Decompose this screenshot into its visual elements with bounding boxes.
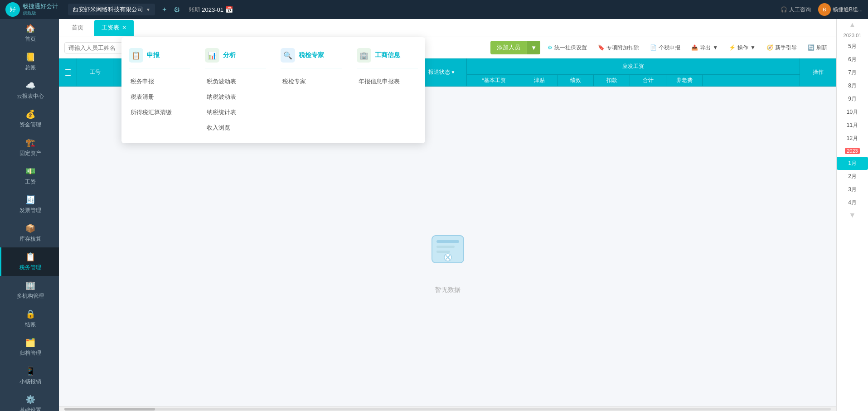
company-selector[interactable]: 西安虾米网络科技有限公司 ▼ — [68, 4, 155, 15]
th-salary-group-label: 应发工资 — [467, 58, 800, 75]
sidebar-item-assets[interactable]: 🏗️ 固定资产 — [0, 133, 59, 162]
scrollbar-thumb[interactable] — [64, 408, 155, 411]
menu-item-tax-payment[interactable]: 纳税波动表 — [205, 89, 267, 105]
period-header: 2023.01 — [844, 31, 862, 40]
user-avatar: B — [818, 3, 831, 16]
sidebar-item-tax[interactable]: 📋 税务管理 — [0, 247, 59, 276]
human-service-button[interactable]: 🎧 人工咨询 — [781, 6, 811, 14]
tab-payroll[interactable]: 工资表 ✕ — [94, 20, 134, 36]
panel-down-button[interactable]: ▼ — [847, 209, 858, 221]
sidebar-item-basic[interactable]: ⚙️ 基础设置 — [0, 390, 59, 411]
sidebar-item-cloud[interactable]: ☁️ 云报表中心 — [0, 76, 59, 105]
th-deduct[interactable]: 扣款 — [594, 75, 630, 86]
calendar-month-12[interactable]: 12月 — [837, 132, 868, 145]
sidebar-label-multi: 多机构管理 — [17, 292, 44, 300]
calendar-month-5[interactable]: 5月 — [837, 40, 868, 53]
calendar-month-10[interactable]: 10月 — [837, 106, 868, 119]
sidebar-item-close-account[interactable]: 🔒 结账 — [0, 305, 59, 333]
refresh-button[interactable]: 🔄 刷新 — [804, 42, 831, 53]
settings-button[interactable]: ⚙ — [172, 4, 182, 16]
export-button[interactable]: 📤 导出 ▼ — [688, 42, 722, 53]
calendar-month-8[interactable]: 8月 — [837, 79, 868, 92]
menu-item-annual-report[interactable]: 年报信息申报表 — [357, 74, 418, 89]
sidebar-item-archive[interactable]: 🗂️ 归档管理 — [0, 333, 59, 362]
tax-dropdown-menu: 📋 申报 税务申报 税表清册 所得税汇算清缴 📊 分析 税负波动表 纳税波动表 … — [121, 37, 425, 143]
sidebar-item-mini[interactable]: 📱 小畅报销 — [0, 362, 59, 390]
guide-button[interactable]: 🧭 新手引导 — [763, 42, 800, 53]
th-total[interactable]: 合计 — [630, 75, 666, 86]
sidebar-item-payroll[interactable]: 💵 工资 — [0, 162, 59, 190]
sidebar-item-invoice[interactable]: 🧾 发票管理 — [0, 190, 59, 219]
svg-rect-3 — [436, 251, 450, 253]
add-person-main-button[interactable]: 添加人员 — [490, 41, 527, 54]
menu-col-analysis: 📊 分析 税负波动表 纳税波动表 纳税统计表 收入浏览 — [198, 37, 274, 143]
th-pension[interactable]: 养老费 — [666, 75, 703, 86]
calendar-month-6[interactable]: 6月 — [837, 53, 868, 66]
th-check[interactable] — [59, 58, 77, 86]
special-deduct-button[interactable]: 🔖 专项附加扣除 — [594, 42, 643, 53]
menu-item-income-calc[interactable]: 所得税汇算清缴 — [129, 105, 190, 120]
capital-icon: 💰 — [25, 109, 35, 119]
sidebar-label-capital: 资金管理 — [19, 121, 41, 129]
th-ops[interactable]: 操作 — [800, 58, 836, 86]
th-perf[interactable]: 绩效 — [558, 75, 594, 86]
menu-col-business-info-header: 🏢 工商信息 — [357, 44, 418, 68]
menu-item-tax-check[interactable]: 税检专家 — [281, 74, 342, 89]
calendar-month-2[interactable]: 2月 — [837, 170, 868, 183]
ledger-icon: 📒 — [25, 52, 35, 62]
calendar-month-11[interactable]: 11月 — [837, 119, 868, 132]
tab-home[interactable]: 首页 — [64, 20, 91, 36]
menu-item-tax-burden[interactable]: 税负波动表 — [205, 74, 267, 89]
menu-col-tax-expert: 🔍 税检专家 税检专家 — [273, 37, 349, 143]
tab-close-button[interactable]: ✕ — [122, 24, 126, 31]
tax-return-button[interactable]: 📄 个税申报 — [646, 42, 684, 53]
sidebar-item-ledger[interactable]: 📒 总账 — [0, 48, 59, 76]
sidebar-item-inventory[interactable]: 📦 库存核算 — [0, 219, 59, 247]
th-salary-subheader: *基本工资 津贴 绩效 扣款 合计 养老费 — [467, 75, 800, 86]
menu-col-analysis-header: 📊 分析 — [205, 44, 267, 68]
refresh-icon: 🔄 — [808, 44, 815, 51]
multi-icon: 🏢 — [25, 280, 35, 290]
calendar-month-4[interactable]: 4月 — [837, 196, 868, 209]
tab-payroll-label: 工资表 — [102, 24, 119, 32]
export-icon: 📤 — [691, 44, 698, 51]
social-insurance-button[interactable]: ⚙ 统一社保设置 — [544, 42, 591, 53]
right-panel: ▲ 2023.01 5月 6月 7月 8月 9月 10月 11月 12月 202… — [836, 19, 868, 411]
menu-item-tax-declare[interactable]: 税务申报 — [129, 74, 190, 89]
add-company-button[interactable]: + — [160, 4, 168, 15]
add-person-label: 添加人员 — [497, 44, 520, 52]
sidebar-item-capital[interactable]: 💰 资金管理 — [0, 105, 59, 133]
operations-button[interactable]: ⚡ 操作 ▼ — [725, 42, 759, 53]
empty-text: 暂无数据 — [435, 286, 461, 294]
panel-up-button[interactable]: ▲ — [847, 19, 858, 31]
analysis-title: 分析 — [223, 51, 236, 59]
calendar-month-1[interactable]: 1月 — [837, 157, 868, 170]
user-name: 畅捷通B组... — [833, 6, 863, 14]
empty-state: 暂无数据 — [59, 114, 836, 406]
menu-item-tax-table[interactable]: 税表清册 — [129, 89, 190, 105]
basic-icon: ⚙️ — [25, 395, 35, 405]
sidebar-label-close-account: 结账 — [25, 321, 36, 329]
bottom-scrollbar[interactable] — [59, 406, 836, 411]
assets-icon: 🏗️ — [25, 138, 35, 148]
svg-rect-2 — [436, 246, 455, 248]
user-info[interactable]: B 畅捷通B组... — [818, 3, 863, 16]
company-name: 西安虾米网络科技有限公司 — [73, 5, 143, 14]
calendar-icon[interactable]: 📅 — [225, 6, 233, 13]
archive-icon: 🗂️ — [25, 338, 35, 348]
menu-item-tax-stats[interactable]: 纳税统计表 — [205, 105, 267, 120]
sidebar-item-home[interactable]: 🏠 首页 — [0, 19, 59, 48]
headset-icon: 🎧 — [781, 6, 787, 13]
menu-item-income-browse[interactable]: 收入浏览 — [205, 120, 267, 135]
add-person-split-button[interactable]: ▼ — [527, 41, 540, 54]
sidebar-item-multi[interactable]: 🏢 多机构管理 — [0, 276, 59, 305]
th-allowance[interactable]: 津贴 — [521, 75, 558, 86]
th-basic[interactable]: *基本工资 — [467, 75, 521, 86]
tax-expert-title: 税检专家 — [299, 51, 324, 59]
calendar-month-9[interactable]: 9月 — [837, 92, 868, 106]
calendar-month-3[interactable]: 3月 — [837, 183, 868, 196]
calendar-month-7[interactable]: 7月 — [837, 66, 868, 79]
menu-col-tax-expert-header: 🔍 税检专家 — [281, 44, 342, 68]
th-id[interactable]: 工号 — [77, 58, 113, 86]
top-header: 好 畅捷通好会计 旗舰版 西安虾米网络科技有限公司 ▼ + ⚙ 账期 2023-… — [0, 0, 868, 19]
